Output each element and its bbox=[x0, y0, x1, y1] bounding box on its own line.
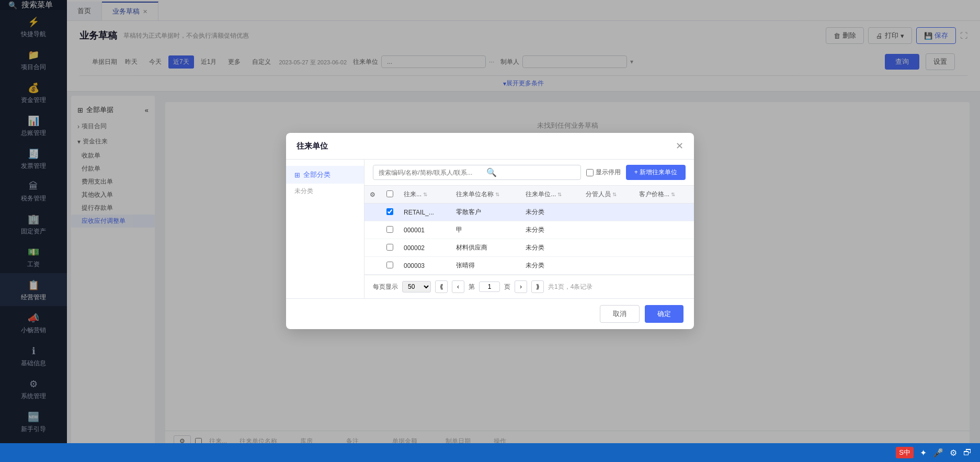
row-manager bbox=[580, 221, 634, 239]
row-icon bbox=[364, 239, 381, 257]
modal-body: ⊞ 全部分类 未分类 🔍 显示停用 bbox=[286, 160, 694, 298]
row-checkbox[interactable] bbox=[386, 262, 393, 268]
select-all-modal[interactable] bbox=[386, 190, 393, 197]
row-name: 甲 bbox=[451, 221, 520, 239]
current-page-input[interactable] bbox=[479, 281, 500, 292]
table-row[interactable]: 000001 甲 未分类 bbox=[364, 221, 694, 239]
first-page-btn[interactable]: ⟪ bbox=[435, 280, 448, 293]
row-check bbox=[381, 221, 398, 239]
th-name: 往来单位名称⇅ bbox=[451, 186, 520, 204]
table-header: ⚙ 往来...⇅ 往来单位名称⇅ 往来单位...⇅ 分管人员⇅ 客户价格...⇅ bbox=[364, 186, 694, 204]
last-page-btn[interactable]: ⟫ bbox=[531, 280, 544, 293]
per-page-label: 每页显示 bbox=[373, 283, 398, 291]
th-price: 客户价格...⇅ bbox=[634, 186, 694, 204]
th-manager: 分管人员⇅ bbox=[580, 186, 634, 204]
row-check bbox=[381, 257, 398, 275]
modal-main: 🔍 显示停用 + 新增往来单位 ⚙ bbox=[364, 160, 694, 298]
row-price bbox=[634, 257, 694, 275]
modal-pagination: 每页显示 50 100 ⟪ ‹ 第 页 › ⟫ 共1页，4条记录 bbox=[364, 275, 694, 298]
modal-sidebar-uncategorized[interactable]: 未分类 bbox=[286, 184, 364, 199]
modal-header: 往来单位 ✕ bbox=[286, 133, 694, 160]
per-page-select[interactable]: 50 100 bbox=[402, 281, 431, 292]
modal-table: ⚙ 往来...⇅ 往来单位名称⇅ 往来单位...⇅ 分管人员⇅ 客户价格...⇅ bbox=[364, 186, 694, 275]
add-counterpart-button[interactable]: + 新增往来单位 bbox=[626, 165, 686, 180]
row-manager bbox=[580, 239, 634, 257]
th-category: 往来单位...⇅ bbox=[520, 186, 580, 204]
row-category: 未分类 bbox=[520, 221, 580, 239]
row-manager bbox=[580, 204, 634, 221]
page-total: 共1页，4条记录 bbox=[548, 283, 592, 291]
prev-page-btn[interactable]: ‹ bbox=[452, 280, 464, 293]
app-logo: S中 bbox=[896, 447, 914, 458]
bottom-gear-icon[interactable]: ⚙ bbox=[950, 448, 957, 458]
modal-sidebar: ⊞ 全部分类 未分类 bbox=[286, 160, 364, 298]
confirm-button[interactable]: 确定 bbox=[645, 305, 683, 323]
row-checkbox[interactable] bbox=[386, 208, 393, 215]
bottom-taskbar: S中 ✦ 🎤 ⚙ 🗗 bbox=[0, 443, 980, 462]
modal-search-box: 🔍 bbox=[373, 165, 581, 180]
row-manager bbox=[580, 257, 634, 275]
bottom-icon-1[interactable]: ✦ bbox=[920, 448, 927, 458]
row-icon bbox=[364, 204, 381, 221]
counterpart-table: ⚙ 往来...⇅ 往来单位名称⇅ 往来单位...⇅ 分管人员⇅ 客户价格...⇅ bbox=[364, 186, 694, 275]
show-disabled-group: 显示停用 bbox=[586, 168, 621, 177]
row-category: 未分类 bbox=[520, 257, 580, 275]
row-price bbox=[634, 221, 694, 239]
table-row[interactable]: 000003 张晴得 未分类 bbox=[364, 257, 694, 275]
row-icon bbox=[364, 221, 381, 239]
next-page-btn[interactable]: › bbox=[515, 280, 527, 293]
row-price bbox=[634, 204, 694, 221]
row-price bbox=[634, 239, 694, 257]
row-check bbox=[381, 239, 398, 257]
modal-sidebar-all-label: 全部分类 bbox=[303, 170, 331, 179]
th-code: 往来...⇅ bbox=[398, 186, 451, 204]
modal-overlay[interactable]: 往来单位 ✕ ⊞ 全部分类 未分类 🔍 bbox=[0, 0, 980, 462]
bottom-mic-icon[interactable]: 🎤 bbox=[933, 448, 943, 458]
page-label: 第 bbox=[469, 283, 475, 291]
row-code: 000003 bbox=[398, 257, 451, 275]
modal-footer: 取消 确定 bbox=[286, 298, 694, 329]
row-code: 000001 bbox=[398, 221, 451, 239]
show-disabled-checkbox[interactable] bbox=[586, 169, 594, 176]
row-check bbox=[381, 204, 398, 221]
modal-search-input[interactable] bbox=[379, 169, 483, 176]
show-disabled-label: 显示停用 bbox=[596, 168, 621, 177]
row-code: 000002 bbox=[398, 239, 451, 257]
th-settings[interactable]: ⚙ bbox=[364, 186, 381, 204]
table-row[interactable]: RETAIL_... 零散客户 未分类 bbox=[364, 204, 694, 221]
row-name: 张晴得 bbox=[451, 257, 520, 275]
row-category: 未分类 bbox=[520, 239, 580, 257]
row-icon bbox=[364, 257, 381, 275]
row-code: RETAIL_... bbox=[398, 204, 451, 221]
row-name: 材料供应商 bbox=[451, 239, 520, 257]
page-suffix: 页 bbox=[504, 283, 510, 291]
bottom-window-icon[interactable]: 🗗 bbox=[963, 448, 972, 457]
row-checkbox[interactable] bbox=[386, 244, 393, 251]
cancel-button[interactable]: 取消 bbox=[600, 305, 640, 323]
row-name: 零散客户 bbox=[451, 204, 520, 221]
modal-close-button[interactable]: ✕ bbox=[676, 140, 683, 152]
modal-search-icon: 🔍 bbox=[486, 167, 497, 177]
grid-icon2: ⊞ bbox=[294, 171, 300, 179]
modal-sidebar-all[interactable]: ⊞ 全部分类 bbox=[286, 166, 364, 184]
table-body: RETAIL_... 零散客户 未分类 000001 甲 bbox=[364, 204, 694, 275]
counterpart-modal: 往来单位 ✕ ⊞ 全部分类 未分类 🔍 bbox=[286, 133, 694, 329]
modal-toolbar: 🔍 显示停用 + 新增往来单位 bbox=[364, 160, 694, 186]
modal-title: 往来单位 bbox=[297, 141, 328, 151]
table-row[interactable]: 000002 材料供应商 未分类 bbox=[364, 239, 694, 257]
th-checkbox bbox=[381, 186, 398, 204]
row-checkbox[interactable] bbox=[386, 226, 393, 233]
row-category: 未分类 bbox=[520, 204, 580, 221]
